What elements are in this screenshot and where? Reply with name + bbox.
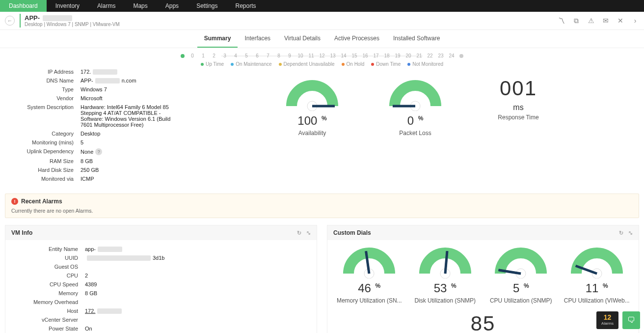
prop-key: CPU: [9, 273, 78, 278]
prop-value: None?: [80, 148, 182, 155]
prop-value[interactable]: 172.: [85, 308, 313, 314]
recent-alarms-body: Currently there are no open Alarms.: [11, 208, 633, 214]
chart-icon[interactable]: 〽: [558, 17, 565, 25]
expand-icon[interactable]: ⤡: [306, 230, 311, 236]
hour-label: 6: [254, 53, 260, 58]
prop-key: Guest OS: [9, 264, 78, 270]
hour-label: 10: [297, 53, 303, 58]
vm-info-card: VM Info ↻⤡ Entity Nameapp-UUID3d1bGuest …: [5, 225, 317, 333]
gauge-cpu-utilization-snmp-: 5 %CPU Utilization (SNMP): [484, 244, 558, 304]
prop-key: Monitoring (mins): [5, 139, 74, 145]
nav-tab-maps[interactable]: Maps: [124, 0, 156, 12]
prop-key: Hard Disk Size: [5, 167, 74, 173]
legend-item: Down Time: [371, 61, 401, 67]
prop-value: On: [85, 326, 313, 332]
subtab-active-processes[interactable]: Active Processes: [327, 30, 386, 48]
detail-tabs: SummaryInterfacesVirtual DetailsActive P…: [0, 30, 644, 48]
prop-value: app-: [85, 246, 313, 252]
legend-item: On Maintenance: [231, 61, 271, 67]
prop-value: 8 GB: [85, 290, 313, 296]
hour-label: 24: [449, 53, 455, 58]
hour-label: 18: [384, 53, 390, 58]
nav-tab-inventory[interactable]: Inventory: [47, 0, 88, 12]
hour-label: 20: [405, 53, 411, 58]
refresh-icon[interactable]: ↻: [297, 230, 301, 236]
device-title: APP-: [25, 14, 120, 22]
recent-alarms-panel: !Recent Alarms Currently there are no op…: [5, 194, 639, 218]
prop-value: APP-n.com: [80, 78, 182, 83]
prop-key: CPU Speed: [9, 281, 78, 287]
chat-button[interactable]: 🗨: [622, 311, 640, 329]
timeline-end-dot: [459, 54, 463, 58]
prop-key: Memory Overhead: [9, 299, 78, 305]
legend-item: Dependent Unavailable: [279, 61, 335, 67]
hour-label: 21: [416, 53, 422, 58]
prop-key: Vendor: [5, 95, 74, 101]
prop-key: vCenter Server: [9, 317, 78, 323]
hour-label: 12: [319, 53, 325, 58]
floating-alarms: 12 Alarms 🗨: [596, 311, 640, 329]
nav-tab-settings[interactable]: Settings: [188, 0, 226, 12]
gauge-availability: 100 %Availability: [275, 77, 349, 137]
nav-tab-dashboard[interactable]: Dashboard: [0, 0, 47, 12]
hour-label: 17: [373, 53, 379, 58]
prop-value: 4389: [85, 281, 313, 287]
prop-value: 172.: [80, 69, 182, 75]
legend-item: Up Time: [201, 61, 224, 67]
vm-info-grid: Entity Nameapp-UUID3d1bGuest OSCPU2CPU S…: [9, 244, 313, 333]
prop-value: [85, 317, 313, 323]
prop-value: Windows 7: [80, 86, 182, 92]
hour-label: 14: [341, 53, 347, 58]
prop-key: Category: [5, 131, 74, 137]
arrow-icon[interactable]: ›: [631, 17, 639, 25]
prop-key: Memory: [9, 290, 78, 296]
hour-label: 11: [308, 53, 314, 58]
hour-label: 0: [189, 53, 195, 58]
device-header: ← APP- Desktop | Windows 7 | SNMP | VMwa…: [0, 12, 644, 30]
nav-tab-reports[interactable]: Reports: [226, 0, 265, 12]
prop-key: DNS Name: [5, 78, 74, 83]
prop-key: System Description: [5, 104, 74, 128]
hour-label: 19: [395, 53, 401, 58]
prop-value: 5: [80, 139, 182, 145]
nav-tab-apps[interactable]: Apps: [157, 0, 188, 12]
status-legend: Up TimeOn MaintenanceDependent Unavailab…: [0, 61, 644, 67]
prop-key: Entity Name: [9, 246, 78, 252]
hour-label: 23: [438, 53, 444, 58]
hour-label: 22: [427, 53, 433, 58]
hour-label: 15: [351, 53, 357, 58]
hours-timeline: 0123456789101112131415161718192021222324: [0, 53, 644, 58]
mail-icon[interactable]: ✉: [602, 17, 610, 25]
hour-label: 5: [243, 53, 249, 58]
nav-tab-alarms[interactable]: Alarms: [88, 0, 124, 12]
custom-dials-card: Custom Dials ↻⤡ 46 %Memory Utilization (…: [327, 225, 639, 333]
hour-label: 7: [265, 53, 271, 58]
gauge-packet-loss: 0 %Packet Loss: [378, 77, 452, 137]
close-icon[interactable]: ✕: [617, 17, 624, 25]
subtab-installed-software[interactable]: Installed Software: [386, 30, 447, 48]
prop-key: UUID: [9, 255, 78, 261]
heartbeat-icon[interactable]: ⧉: [572, 17, 580, 25]
vm-info-title: VM Info: [11, 229, 32, 236]
prop-key: Type: [5, 86, 74, 92]
help-icon[interactable]: ?: [95, 148, 102, 155]
hour-label: 1: [200, 53, 206, 58]
expand-icon[interactable]: ⤡: [628, 230, 633, 236]
subtab-summary[interactable]: Summary: [197, 30, 238, 48]
legend-item: On Hold: [342, 61, 365, 67]
prop-key: Uplink Dependency: [5, 148, 74, 155]
refresh-icon[interactable]: ↻: [619, 230, 623, 236]
status-indicator: [20, 14, 21, 28]
back-button[interactable]: ←: [5, 16, 15, 26]
subtab-interfaces[interactable]: Interfaces: [238, 30, 277, 48]
alarm-icon[interactable]: ⚠: [587, 17, 595, 25]
property-grid: IP Address172.DNS NameAPP-n.comTypeWindo…: [5, 67, 182, 182]
alarms-count-button[interactable]: 12 Alarms: [596, 311, 618, 329]
prop-value: [85, 299, 313, 305]
prop-value: Hardware: Intel64 Family 6 Model 85 Step…: [80, 104, 182, 128]
timeline-start-dot: [181, 54, 185, 58]
subtab-virtual-details[interactable]: Virtual Details: [277, 30, 327, 48]
top-nav: DashboardInventoryAlarmsMapsAppsSettings…: [0, 0, 644, 12]
hour-label: 3: [222, 53, 228, 58]
prop-key: IP Address: [5, 69, 74, 75]
